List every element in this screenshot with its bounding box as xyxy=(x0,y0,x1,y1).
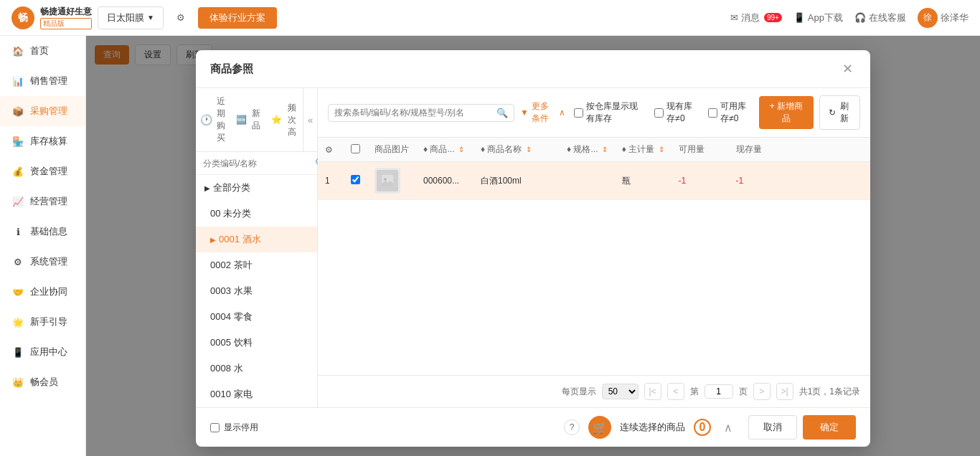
system-icon: ⚙ xyxy=(11,255,24,268)
sidebar-item-inventory[interactable]: 🏪 库存核算 xyxy=(0,126,85,156)
first-page-button[interactable]: |< xyxy=(644,383,661,400)
add-product-button[interactable]: + 新增商品 xyxy=(759,96,814,129)
sidebar-item-sales[interactable]: 📊 销售管理 xyxy=(0,66,85,96)
category-item-snack[interactable]: 0004 零食 xyxy=(196,304,317,330)
tab-high-frequency[interactable]: ⭐ 频次高 xyxy=(267,88,303,151)
sort-icon: ⇕ xyxy=(602,146,608,153)
cart-count-badge: 0 xyxy=(694,419,711,436)
category-search-input[interactable] xyxy=(203,158,311,168)
col-code[interactable]: ♦ 商品... ⇕ xyxy=(416,138,473,162)
mobile-icon: 📱 xyxy=(793,12,805,23)
refresh-button[interactable]: ↻ 刷新 xyxy=(819,95,860,130)
inventory-icon: 🏪 xyxy=(11,135,24,148)
nav-selector[interactable]: 日太阳膜 ▼ xyxy=(98,6,164,29)
sidebar-item-apps[interactable]: 📱 应用中心 xyxy=(0,337,85,367)
home-icon: 🏠 xyxy=(11,44,24,57)
checkbox-existing-stock[interactable]: 现有库存≠0 xyxy=(654,100,699,125)
sidebar-item-label: 畅会员 xyxy=(30,376,58,389)
svg-point-1 xyxy=(384,178,387,181)
sidebar-item-system[interactable]: ⚙ 系统管理 xyxy=(0,247,85,277)
sidebar-item-label: 资金管理 xyxy=(30,165,67,178)
message-nav-item[interactable]: ✉ 消息 99+ xyxy=(730,11,782,24)
category-item-water[interactable]: 0008 水 xyxy=(196,356,317,381)
checkbox-available-stock[interactable]: 可用库存≠0 xyxy=(708,100,753,125)
category-item-fruit[interactable]: 0003 水果 xyxy=(196,278,317,304)
category-item-drink[interactable]: 0005 饮料 xyxy=(196,330,317,356)
search-icon[interactable]: 🔍 xyxy=(496,108,508,118)
user-nav-item[interactable]: 徐 徐泽华 xyxy=(918,8,969,28)
sidebar-item-cooperation[interactable]: 🤝 企业协同 xyxy=(0,277,85,307)
show-disabled-checkbox[interactable]: 显示停用 xyxy=(210,422,258,434)
top-nav: 畅 畅捷通好生意 精品版 日太阳膜 ▼ ⚙ 体验行业方案 ✉ 消息 99+ 📱 … xyxy=(0,0,980,36)
sidebar-item-info[interactable]: ℹ 基础信息 xyxy=(0,217,85,247)
service-nav-item[interactable]: 🎧 在线客服 xyxy=(854,11,906,24)
product-search-input[interactable] xyxy=(334,108,492,118)
message-icon: ✉ xyxy=(730,12,738,23)
filter-icon: ▼ xyxy=(520,108,529,118)
cooperation-icon: 🤝 xyxy=(11,285,24,298)
col-name[interactable]: ♦ 商品名称 ⇕ xyxy=(473,138,560,162)
business-icon: 📈 xyxy=(11,195,24,208)
cancel-button[interactable]: 取消 xyxy=(748,415,797,440)
col-image: 商品图片 xyxy=(367,138,416,162)
content-area: 查询 设置 刷新 商品参照 ✕ xyxy=(86,36,980,456)
sidebar-item-label: 系统管理 xyxy=(30,255,67,268)
help-icon[interactable]: ? xyxy=(564,419,580,435)
sidebar-item-member[interactable]: 👑 畅会员 xyxy=(0,367,85,397)
sidebar-item-purchase[interactable]: 📦 采购管理 xyxy=(0,96,85,126)
checkbox-warehouse[interactable]: 按仓库显示现有库存 xyxy=(574,100,646,125)
td-code: 000600... xyxy=(416,162,473,200)
modal-title: 商品参照 xyxy=(210,62,253,76)
col-current: 现存量 xyxy=(729,138,870,162)
app-download-nav-item[interactable]: 📱 App下载 xyxy=(793,11,843,24)
collapse-cart-button[interactable]: ∧ xyxy=(720,419,737,436)
cart-button[interactable]: 🛒 xyxy=(588,416,611,439)
sort-icon: ⇕ xyxy=(526,146,532,153)
sidebar-item-home[interactable]: 🏠 首页 xyxy=(0,36,85,66)
category-item-appliance[interactable]: 0010 家电 xyxy=(196,381,317,407)
prev-page-button[interactable]: < xyxy=(667,383,684,400)
sidebar-item-finance[interactable]: 💰 资金管理 xyxy=(0,156,85,186)
col-spec[interactable]: ♦ 规格... ⇕ xyxy=(560,138,615,162)
logo-area: 畅 畅捷通好生意 精品版 xyxy=(11,6,98,29)
category-collapse-button[interactable]: « xyxy=(303,88,317,151)
experience-button[interactable]: 体验行业方案 xyxy=(198,7,277,29)
product-table: ⚙ 商品图片 ♦ 商品... ⇕ xyxy=(318,138,870,375)
tab-recent-purchase[interactable]: 🕐 近期购买 xyxy=(196,88,232,151)
apps-icon: 📱 xyxy=(11,346,24,358)
col-settings[interactable]: ⚙ xyxy=(318,138,344,162)
sidebar-item-guide[interactable]: 🌟 新手引导 xyxy=(0,307,85,337)
category-item-all[interactable]: ▶全部分类 xyxy=(196,175,317,201)
more-filter-button[interactable]: ▼ 更多条件 ∧ xyxy=(520,100,565,125)
logo-text: 畅捷通好生意 精品版 xyxy=(40,6,92,29)
category-item-uncategorized[interactable]: 00 未分类 xyxy=(196,201,317,227)
star-icon: ⭐ xyxy=(271,115,282,125)
confirm-button[interactable]: 确定 xyxy=(803,415,856,440)
tab-new-products[interactable]: 🆕 新品 xyxy=(232,88,268,151)
modal-close-button[interactable]: ✕ xyxy=(839,60,856,77)
sidebar-item-label: 采购管理 xyxy=(30,105,67,118)
sidebar: 🏠 首页 📊 销售管理 📦 采购管理 🏪 库存核算 💰 资金管理 📈 经营管理 … xyxy=(0,36,86,456)
td-spec xyxy=(560,162,615,200)
row-select-checkbox[interactable] xyxy=(351,175,360,184)
td-current: -1 xyxy=(729,162,870,200)
settings-icon[interactable]: ⚙ xyxy=(169,6,192,29)
avatar: 徐 xyxy=(918,8,938,28)
search-toolbar: 🔍 ▼ 更多条件 ∧ 按仓库显示现有库存 xyxy=(318,88,870,138)
next-page-button[interactable]: > xyxy=(753,383,771,400)
footer-cart-area: ? 🛒 连续选择的商品 0 ∧ xyxy=(564,416,737,439)
last-page-button[interactable]: >| xyxy=(776,383,793,400)
category-item-liquor[interactable]: ▶0001 酒水 xyxy=(196,227,317,252)
sidebar-item-business[interactable]: 📈 经营管理 xyxy=(0,186,85,217)
per-page-select[interactable]: 50 100 200 xyxy=(602,384,639,399)
col-unit[interactable]: ♦ 主计量 ⇕ xyxy=(615,138,672,162)
category-item-tea[interactable]: 0002 茶叶 xyxy=(196,252,317,278)
select-all-checkbox[interactable] xyxy=(351,144,360,153)
member-icon: 👑 xyxy=(11,376,24,389)
td-unit: 瓶 xyxy=(615,162,672,200)
table-row[interactable]: 1 xyxy=(318,162,870,200)
purchase-icon: 📦 xyxy=(11,105,24,118)
sidebar-item-label: 经营管理 xyxy=(30,195,67,208)
sidebar-item-label: 基础信息 xyxy=(30,225,67,238)
page-number-input[interactable] xyxy=(705,384,733,399)
